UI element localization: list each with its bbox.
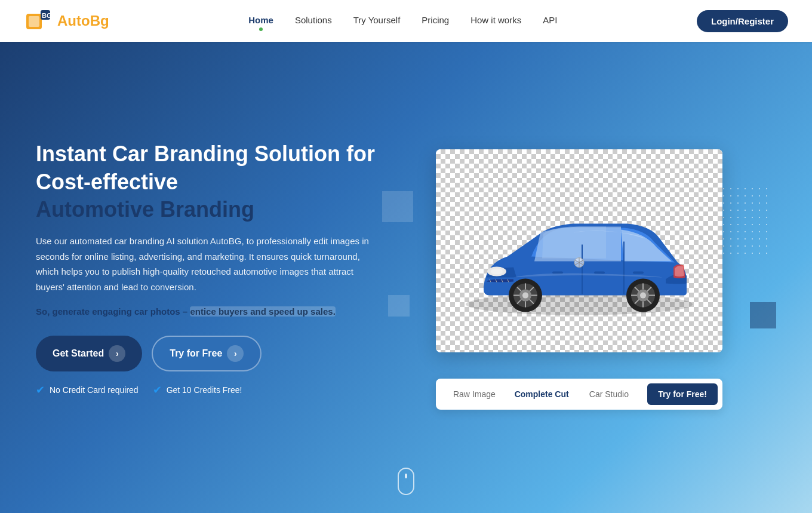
get-started-arrow-icon: › bbox=[109, 345, 125, 362]
tab-car-studio[interactable]: Car Studio bbox=[576, 381, 643, 407]
image-tab-bar: Raw Image Complete Cut Car Studio Try fo… bbox=[436, 379, 722, 410]
nav-item-how-it-works[interactable]: How it works bbox=[470, 15, 521, 27]
svg-rect-1 bbox=[29, 16, 39, 27]
svg-point-19 bbox=[522, 292, 528, 298]
nav-item-home[interactable]: Home bbox=[248, 15, 273, 27]
logo-text: AutoBg bbox=[57, 13, 109, 29]
login-register-button[interactable]: Login/Register bbox=[697, 10, 788, 32]
hero-tagline: So, generate engaging car photos – entic… bbox=[36, 306, 382, 317]
hero-badges: ✔ No Credit Card required ✔ Get 10 Credi… bbox=[36, 383, 382, 397]
tab-try-free-button[interactable]: Try for Free! bbox=[647, 383, 718, 405]
hero-buttons: Get Started › Try for Free › bbox=[36, 336, 382, 371]
svg-rect-14 bbox=[594, 271, 605, 274]
nav-item-try-yourself[interactable]: Try Yourself bbox=[353, 15, 401, 27]
nav-item-solutions[interactable]: Solutions bbox=[295, 15, 332, 27]
deco-square-tl bbox=[382, 191, 413, 222]
tab-raw-image[interactable]: Raw Image bbox=[441, 381, 508, 407]
try-for-free-button[interactable]: Try for Free › bbox=[152, 336, 262, 371]
checkmark-icon-2: ✔ bbox=[153, 383, 162, 397]
tab-complete-cut[interactable]: Complete Cut bbox=[508, 381, 576, 407]
logo-icon: BG bbox=[24, 7, 53, 35]
image-panel bbox=[436, 149, 722, 352]
svg-rect-15 bbox=[633, 271, 644, 274]
svg-point-8 bbox=[491, 268, 503, 274]
hero-section: Instant Car Branding Solution for Cost-e… bbox=[0, 0, 812, 513]
nav-links: Home Solutions Try Yourself Pricing How … bbox=[248, 15, 557, 27]
nav-item-pricing[interactable]: Pricing bbox=[422, 15, 449, 27]
deco-square-bl bbox=[388, 295, 410, 317]
scroll-dot bbox=[405, 474, 407, 478]
svg-point-31 bbox=[640, 292, 646, 298]
scroll-indicator bbox=[398, 468, 414, 495]
hero-right: Raw Image Complete Cut Car Studio Try fo… bbox=[382, 161, 776, 376]
hero-title: Instant Car Branding Solution for Cost-e… bbox=[36, 140, 382, 224]
badge-no-credit-card: ✔ No Credit Card required bbox=[36, 383, 139, 397]
hero-description: Use our automated car branding AI soluti… bbox=[36, 234, 382, 294]
image-panel-wrapper: Raw Image Complete Cut Car Studio Try fo… bbox=[436, 149, 722, 376]
checkmark-icon-1: ✔ bbox=[36, 383, 45, 397]
navbar: BG AutoBg Home Solutions Try Yourself Pr… bbox=[0, 0, 812, 42]
scroll-mouse-icon bbox=[398, 468, 414, 495]
try-free-arrow-icon: › bbox=[227, 345, 244, 362]
logo[interactable]: BG AutoBg bbox=[24, 7, 109, 35]
svg-text:BG: BG bbox=[42, 12, 52, 19]
deco-square-br bbox=[750, 302, 776, 328]
nav-item-api[interactable]: API bbox=[543, 15, 557, 27]
hero-left: Instant Car Branding Solution for Cost-e… bbox=[36, 140, 382, 397]
get-started-button[interactable]: Get Started › bbox=[36, 336, 142, 371]
car-image bbox=[454, 185, 705, 322]
badge-free-credits: ✔ Get 10 Credits Free! bbox=[153, 383, 242, 397]
